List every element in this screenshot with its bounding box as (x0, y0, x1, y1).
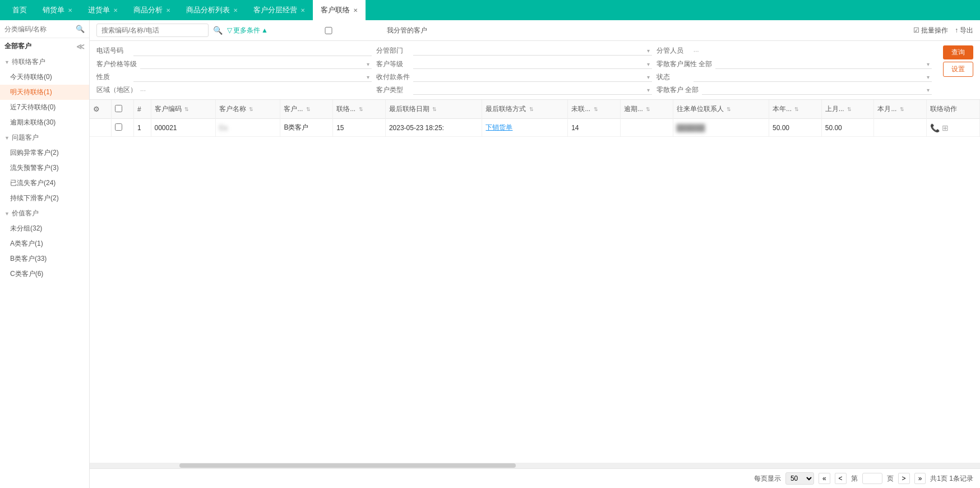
export-label: 导出 (960, 26, 973, 35)
th-code[interactable]: 客户编码 ⇅ (151, 100, 215, 119)
my-customers-checkbox[interactable] (272, 27, 385, 34)
price-level-select[interactable]: ▾ (140, 60, 372, 69)
th-uncontact[interactable]: 未联... ⇅ (568, 100, 621, 119)
table-body: 1000021EaB类客户152023-05-23 18:25:下销货单14██… (90, 119, 980, 137)
page-input[interactable]: 1 (862, 473, 882, 484)
sidebar-item-已流失客户(24)[interactable]: 已流失客户(24) (0, 176, 89, 191)
retail-customer-select[interactable]: ▾ (702, 86, 932, 95)
customer-level-select[interactable]: ▾ (413, 60, 651, 69)
customer-type-select[interactable]: ▾ (413, 86, 651, 95)
all-customers-header[interactable]: 全部客户 ≪ (0, 38, 89, 54)
th-this-month[interactable]: 本月... ⇅ (874, 100, 927, 119)
payment-select[interactable]: ▾ (413, 73, 651, 82)
sidebar-search-bar[interactable]: 🔍 (0, 20, 89, 38)
nature-select[interactable]: ▾ (133, 73, 372, 82)
row-checkbox[interactable] (115, 123, 122, 131)
nav-item-进货单[interactable]: 进货单✕ (80, 0, 126, 20)
sidebar-item-回购异常客户(2)[interactable]: 回购异常客户(2) (0, 145, 89, 160)
th-gear[interactable]: ⚙ (90, 100, 111, 119)
row-contact-count: 15 (333, 119, 386, 137)
th-checkbox[interactable] (111, 100, 133, 119)
collapse-icon[interactable]: ≪ (76, 42, 85, 51)
sidebar-item-B类客户(33)[interactable]: B类客户(33) (0, 251, 89, 266)
per-page-select[interactable]: 50 100 200 (785, 472, 814, 485)
th-this-year[interactable]: 本年... ⇅ (769, 100, 821, 119)
close-tab-icon[interactable]: ✕ (233, 7, 238, 13)
top-navigation: 首页销货单✕进货单✕商品分析✕商品分析列表✕客户分层经营✕客户联络✕ (0, 0, 980, 20)
sidebar-item-未分组(32)[interactable]: 未分组(32) (0, 221, 89, 236)
row-actions[interactable]: 📞⊞ (927, 119, 980, 137)
status-select[interactable]: ▾ (694, 73, 932, 82)
th-overdue[interactable]: 逾期... ⇅ (620, 100, 673, 119)
sidebar-item-C类客户(6)[interactable]: C类客户(6) (0, 266, 89, 282)
batch-action-btn[interactable]: ☑ 批量操作 (913, 26, 948, 35)
sidebar-item-近7天待联络(0)[interactable]: 近7天待联络(0) (0, 100, 89, 115)
export-btn[interactable]: ↑ 导出 (955, 26, 973, 35)
price-level-chevron-icon: ▾ (367, 61, 369, 67)
dept-select[interactable]: ▾ (413, 47, 651, 56)
select-all-checkbox[interactable] (115, 105, 122, 112)
row-checkbox-cell[interactable] (111, 119, 133, 137)
nav-item-销货单[interactable]: 销货单✕ (35, 0, 80, 20)
horizontal-scrollbar[interactable] (90, 463, 980, 468)
sidebar-item-逾期未联络(30)[interactable]: 逾期未联络(30) (0, 115, 89, 130)
th-contact-count[interactable]: 联络... ⇅ (333, 100, 386, 119)
filter-search-icon[interactable]: 🔍 (213, 26, 223, 35)
nav-item-商品分析[interactable]: 商品分析✕ (126, 0, 178, 20)
action-phone-icon[interactable]: 📞 (930, 123, 940, 132)
search-input[interactable] (96, 24, 209, 37)
sidebar-item-流失预警客户(3)[interactable]: 流失预警客户(3) (0, 160, 89, 176)
filter-bar: 🔍 ▽ 更多条件 ▲ 我分管的客户 ☑ 批量操作 ↑ 导出 (90, 20, 980, 41)
row-contacts: ██████ (673, 119, 769, 137)
scrollbar-thumb[interactable] (179, 463, 516, 468)
sidebar-item-明天待联络(1)[interactable]: 明天待联络(1) (0, 85, 89, 100)
filter-action-buttons: 查询 设置 (943, 45, 973, 95)
close-tab-icon[interactable]: ✕ (301, 7, 305, 13)
close-tab-icon[interactable]: ✕ (353, 7, 358, 13)
close-tab-icon[interactable]: ✕ (113, 7, 118, 13)
nav-item-客户联络[interactable]: 客户联络✕ (313, 0, 366, 20)
retail-attr-select[interactable]: ▾ (715, 60, 932, 69)
sidebar-search-input[interactable] (4, 25, 73, 33)
th-name[interactable]: 客户名称 ⇅ (215, 100, 280, 119)
sidebar-item-今天待联络(0)[interactable]: 今天待联络(0) (0, 70, 89, 85)
more-conditions-btn[interactable]: ▽ 更多条件 ▲ (227, 26, 268, 35)
th-last-contact-date[interactable]: 最后联络日期 ⇅ (385, 100, 482, 119)
sidebar-item-持续下滑客户(2)[interactable]: 持续下滑客户(2) (0, 191, 89, 206)
first-page-btn[interactable]: « (819, 473, 830, 484)
gear-icon[interactable]: ⚙ (93, 105, 100, 113)
sidebar-group-待联络客户[interactable]: 待联络客户 (0, 54, 89, 70)
filter-customer-type: 客户类型 ▾ (376, 85, 651, 95)
sidebar-item-A类客户(1)[interactable]: A类客户(1) (0, 236, 89, 251)
close-tab-icon[interactable]: ✕ (166, 7, 170, 13)
th-contacts[interactable]: 往来单位联系人 ⇅ (673, 100, 769, 119)
nav-item-首页[interactable]: 首页 (4, 0, 35, 20)
sidebar-group-价值客户[interactable]: 价值客户 (0, 206, 89, 221)
query-button[interactable]: 查询 (943, 45, 973, 59)
code-sort-icon: ⇅ (184, 107, 189, 112)
phone-input[interactable] (133, 45, 372, 56)
th-category[interactable]: 客户... ⇅ (280, 100, 333, 119)
my-customers-filter[interactable]: 我分管的客户 (272, 26, 427, 35)
contact-sort-icon: ⇅ (359, 107, 363, 112)
right-actions: ☑ 批量操作 ↑ 导出 (913, 26, 973, 35)
next-page-btn[interactable]: > (898, 473, 910, 484)
last-page-btn[interactable]: » (914, 473, 926, 484)
nav-item-商品分析列表[interactable]: 商品分析列表✕ (178, 0, 246, 20)
close-tab-icon[interactable]: ✕ (68, 7, 72, 13)
action-grid-icon[interactable]: ⊞ (942, 123, 949, 132)
region-dots[interactable]: ··· (140, 86, 146, 94)
th-last-contact-method[interactable]: 最后联络方式 ⇅ (482, 100, 568, 119)
row-last-contact-method[interactable]: 下销货单 (482, 119, 568, 137)
nature-label: 性质 (96, 72, 130, 82)
uncontact-sort-icon: ⇅ (594, 107, 598, 112)
region-label: 区域（地区） (96, 85, 137, 95)
nav-item-客户分层经营[interactable]: 客户分层经营✕ (246, 0, 313, 20)
th-last-month[interactable]: 上月... ⇅ (821, 100, 874, 119)
dept-chevron-icon: ▾ (647, 48, 650, 54)
prev-page-btn[interactable]: < (835, 473, 847, 484)
settings-button[interactable]: 设置 (943, 62, 973, 77)
manager-dots[interactable]: ··· (694, 47, 699, 55)
sidebar: 🔍 全部客户 ≪ 待联络客户今天待联络(0)明天待联络(1)近7天待联络(0)逾… (0, 20, 90, 488)
sidebar-group-问题客户[interactable]: 问题客户 (0, 130, 89, 145)
